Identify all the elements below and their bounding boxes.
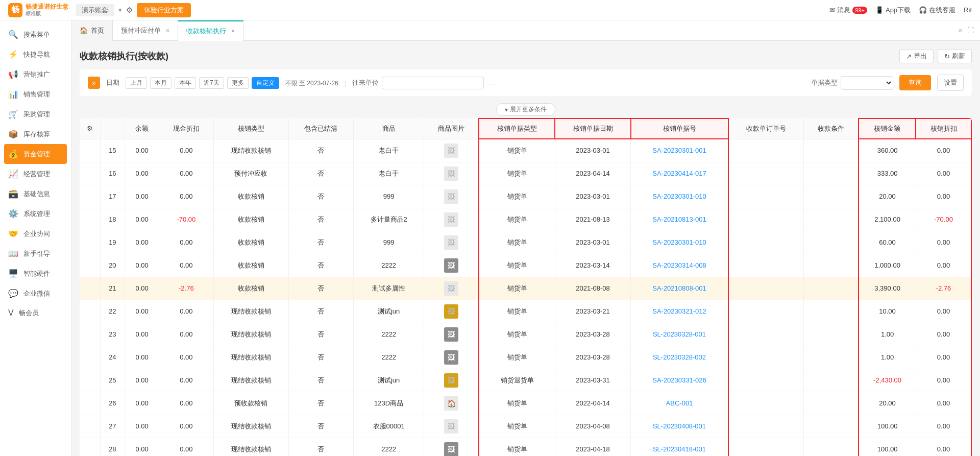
bill-no-link[interactable]: SA-20230314-008 [652, 261, 706, 269]
cell-payment-cond [804, 254, 859, 277]
cell-product: 老白干 [354, 162, 424, 185]
tab-prepay[interactable]: 预付冲应付单 × [113, 20, 178, 41]
bill-no-link[interactable]: SA-20230331-026 [652, 376, 706, 384]
bill-no-link[interactable]: SA-20230414-017 [652, 170, 706, 177]
table-row: 17 0.00 0.00 收款核销 否 999 🖼 销货单 2023-03-01… [80, 185, 971, 208]
company-name[interactable]: 演示账套 [76, 4, 114, 16]
app-download-item[interactable]: 📱 App下载 [875, 6, 911, 15]
cell-payment-cond [804, 369, 859, 392]
tab-home[interactable]: 🏠 首页 [71, 20, 113, 41]
sidebar-item-base[interactable]: 🗃️ 基础信息 [0, 184, 71, 204]
cell-bill-type: 销货单 [479, 346, 555, 369]
query-btn[interactable]: 查询 [899, 75, 931, 90]
online-service-label: 在线客服 [929, 6, 955, 15]
bill-no-link[interactable]: SA-20210813-001 [652, 215, 706, 223]
sidebar-label-system: 系统管理 [23, 209, 50, 219]
cell-id: 21 [100, 277, 125, 300]
user-area[interactable]: Rit [964, 6, 972, 14]
sidebar-item-wechat[interactable]: 💬 企业微信 [0, 283, 71, 303]
expand-more-label: 展开更多条件 [510, 105, 547, 114]
chevron-down-icon[interactable]: ▾ [118, 6, 122, 14]
tab-receipt-close[interactable]: × [231, 28, 235, 35]
sidebar-item-operations[interactable]: 📈 经营管理 [0, 164, 71, 184]
cell-product-img: 🖼 [424, 415, 479, 438]
date-range-text: 不限 至 2023-07-26 [285, 79, 338, 88]
refresh-btn[interactable]: ↻ 刷新 [938, 49, 972, 63]
sidebar-item-collab[interactable]: 🤝 企业协同 [0, 224, 71, 244]
sidebar-item-guide[interactable]: 📖 新手引导 [0, 244, 71, 263]
expand-more-btn[interactable]: ▾ 展开更多条件 [496, 103, 555, 116]
bill-no-link[interactable]: SL-20230408-001 [653, 422, 706, 430]
sidebar-item-inventory[interactable]: 📦 库存核算 [0, 124, 71, 144]
bill-type-select[interactable]: 销货单 销货退货单 [841, 76, 893, 90]
bill-no-link[interactable]: SL-20230328-002 [653, 353, 706, 361]
headset-icon: 🎧 [919, 6, 927, 14]
date-7days[interactable]: 近7天 [199, 77, 224, 89]
cell-cash-discount: 0.00 [159, 254, 213, 277]
tab-close-all-icon[interactable]: × [958, 27, 962, 34]
bill-no-link[interactable]: ABC-001 [666, 399, 693, 407]
bill-no-link[interactable]: SL-20230418-001 [653, 445, 706, 453]
bill-no-link[interactable]: SL-20230328-001 [653, 330, 706, 338]
notifications-item[interactable]: ✉ 消息 99+ [829, 6, 867, 15]
filter-toggle-btn[interactable]: » [88, 77, 100, 89]
cell-amount: 20.00 [859, 185, 916, 208]
cell-balance: 0.00 [125, 185, 159, 208]
industry-btn[interactable]: 休验行业方案 [137, 3, 191, 17]
cell-product: 2222 [354, 254, 424, 277]
cell-product-img: 🖼 [424, 369, 479, 392]
bill-no-link[interactable]: SA-20210808-001 [652, 284, 706, 292]
sidebar-item-finance[interactable]: 💰 资金管理 [4, 144, 67, 164]
sidebar-item-member[interactable]: V 畅会员 [0, 303, 71, 323]
sidebar-item-purchase[interactable]: 🛒 采购管理 [0, 104, 71, 124]
cell-amount: 100.00 [859, 438, 916, 456]
quicknav-icon: ⚡ [8, 50, 18, 59]
sidebar-item-marketing[interactable]: 📢 营销推广 [0, 64, 71, 84]
bill-no-link[interactable]: SA-20230301-001 [652, 147, 706, 154]
sidebar-item-search[interactable]: 🔍 搜索菜单 [0, 25, 71, 44]
cell-bill-date: 2023-03-28 [555, 346, 631, 369]
bill-no-link[interactable]: SA-20230301-010 [652, 193, 706, 200]
sidebar-item-hardware[interactable]: 🖥️ 智能硬件 [0, 263, 71, 283]
search-icon: 🔍 [8, 30, 18, 39]
cell-settings [80, 254, 100, 277]
table-row: 15 0.00 0.00 现结收款核销 否 老白干 🖼 销货单 2023-03-… [80, 139, 971, 162]
sidebar-label-wechat: 企业微信 [23, 289, 50, 298]
cell-product: 2222 [354, 438, 424, 456]
cell-balance: 0.00 [125, 162, 159, 185]
product-image: 🖼 [444, 166, 458, 181]
date-custom[interactable]: 自定义 [252, 77, 279, 89]
date-last-month[interactable]: 上月 [126, 77, 147, 89]
date-more[interactable]: 更多 [227, 77, 249, 89]
settings-icon[interactable]: ⚙ [126, 6, 133, 15]
cell-payment-cond [804, 438, 859, 456]
cell-discount: 0.00 [916, 162, 971, 185]
cell-product-img: 🖼 [424, 254, 479, 277]
purchase-icon: 🛒 [8, 109, 18, 119]
sidebar-item-system[interactable]: ⚙️ 系统管理 [0, 204, 71, 224]
cell-cash-discount: 0.00 [159, 346, 213, 369]
online-service-item[interactable]: 🎧 在线客服 [919, 6, 955, 15]
cell-bill-no: SA-20230301-010 [631, 185, 728, 208]
cell-discount: -2.76 [916, 277, 971, 300]
sidebar-item-sales[interactable]: 📊 销售管理 [0, 84, 71, 104]
export-icon: ↗ [906, 53, 912, 60]
cell-order-no [728, 369, 804, 392]
date-this-year[interactable]: 本年 [175, 77, 196, 89]
sidebar-label-guide: 新手引导 [23, 249, 50, 258]
unit-input[interactable] [382, 77, 484, 89]
col-settings[interactable]: ⚙ [80, 118, 100, 139]
bill-no-link[interactable]: SA-20230321-012 [652, 307, 706, 315]
tab-fullscreen-icon[interactable]: ⛶ [967, 27, 974, 34]
export-btn[interactable]: ↗ 导出 [899, 49, 934, 63]
cell-product: 2222 [354, 323, 424, 346]
date-this-month[interactable]: 本月 [150, 77, 172, 89]
tab-receipt[interactable]: 收款核销执行 × [178, 20, 243, 41]
sidebar-item-quicknav[interactable]: ⚡ 快捷导航 [0, 44, 71, 64]
tab-prepay-close[interactable]: × [166, 27, 169, 34]
bill-no-link[interactable]: SA-20230301-010 [652, 238, 706, 246]
cell-bill-date: 2023-04-18 [555, 438, 631, 456]
cell-order-no [728, 300, 804, 323]
cell-order-no [728, 139, 804, 162]
filter-settings-btn[interactable]: 设置 [937, 75, 964, 91]
